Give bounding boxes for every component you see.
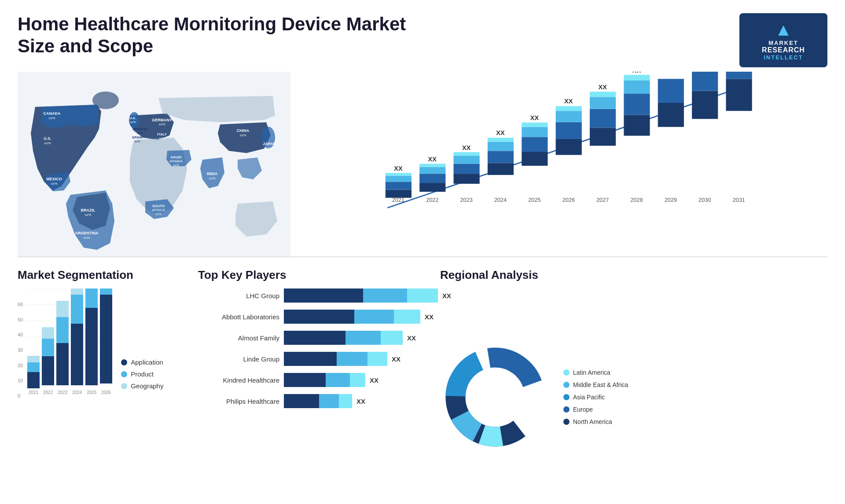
svg-text:ARGENTINA: ARGENTINA: [75, 231, 99, 235]
reg-legend-mea: Middle East & Africa: [563, 381, 628, 388]
svg-text:BRAZIL: BRAZIL: [81, 208, 96, 212]
player-xx-philips: XX: [356, 398, 365, 405]
player-name-philips: Philips Healthcare: [198, 398, 279, 405]
y-label-30: 30: [18, 347, 23, 353]
svg-rect-86: [658, 103, 684, 127]
svg-text:XX: XX: [530, 114, 539, 121]
svg-text:xx%: xx%: [209, 176, 215, 180]
svg-text:XX: XX: [564, 98, 573, 105]
players-title: Top Key Players: [198, 268, 427, 282]
svg-text:2026: 2026: [101, 390, 111, 395]
svg-text:xx%: xx%: [137, 131, 143, 135]
player-bar-kindred: XX: [284, 373, 427, 387]
svg-text:xx%: xx%: [239, 133, 246, 137]
player-name-lhc: LHC Group: [198, 292, 279, 299]
player-seg2-kindred: [326, 373, 350, 387]
player-row-lhc: LHC Group XX: [198, 289, 427, 303]
y-label-20: 20: [18, 363, 23, 368]
player-xx-abbott: XX: [425, 313, 434, 321]
reg-label-na: North America: [573, 418, 612, 425]
legend-item-application: Application: [121, 358, 163, 366]
svg-text:XX: XX: [428, 156, 437, 163]
svg-text:XX: XX: [394, 165, 403, 172]
svg-rect-111: [42, 327, 54, 339]
world-map-section: CANADA xx% U.S. xx% MEXICO xx% BRAZIL xx…: [18, 72, 290, 256]
svg-rect-71: [556, 106, 582, 111]
logo-icon: ▲: [775, 20, 792, 40]
svg-text:2027: 2027: [596, 197, 609, 203]
growth-chart-section: XX 2021 XX 2022 XX 2023: [299, 72, 827, 256]
y-label-10: 10: [18, 378, 23, 383]
player-seg2-philips: [319, 394, 339, 408]
svg-rect-53: [454, 152, 480, 156]
svg-text:XX: XX: [632, 72, 641, 74]
reg-label-europe: Europe: [573, 406, 593, 413]
svg-text:xx%: xx%: [158, 122, 165, 126]
reg-dot-mea: [563, 382, 569, 388]
svg-rect-50: [454, 174, 480, 184]
svg-rect-113: [56, 343, 69, 385]
svg-text:2026: 2026: [562, 197, 575, 203]
header: Home Healthcare Mornitoring Device Marke…: [0, 0, 845, 72]
svg-text:2024: 2024: [494, 197, 507, 203]
logo: ▲ MARKET RESEARCH INTELLECT: [739, 13, 827, 67]
svg-text:xx%: xx%: [83, 236, 90, 240]
segmentation-chart-svg: 2021 2022 2023 2024: [26, 289, 112, 398]
svg-text:2023: 2023: [460, 197, 473, 203]
svg-text:2025: 2025: [87, 390, 97, 395]
svg-text:JAPAN: JAPAN: [263, 142, 276, 146]
player-seg1-lhc: [284, 289, 363, 303]
logo-line2: RESEARCH: [762, 46, 805, 54]
player-bar-philips: XX: [284, 394, 427, 408]
player-bar-visual-linde: [284, 352, 387, 366]
svg-text:2022: 2022: [426, 197, 438, 203]
top-content: CANADA xx% U.S. xx% MEXICO xx% BRAZIL xx…: [0, 72, 845, 256]
player-name-linde: Linde Group: [198, 355, 279, 363]
svg-rect-45: [419, 174, 445, 183]
svg-rect-64: [522, 127, 547, 137]
svg-text:xx%: xx%: [51, 182, 57, 186]
reg-label-asia: Asia Pacific: [573, 394, 605, 401]
player-seg2-abbott: [354, 310, 394, 324]
svg-rect-90: [692, 91, 718, 119]
svg-text:xx%: xx%: [155, 212, 161, 215]
player-bar-almost: XX: [284, 331, 427, 345]
svg-text:FRANCE: FRANCE: [132, 127, 147, 131]
svg-rect-75: [590, 109, 616, 128]
svg-point-2: [129, 112, 140, 128]
svg-text:AFRICA: AFRICA: [152, 208, 165, 212]
svg-rect-62: [522, 152, 547, 166]
svg-rect-105: [27, 372, 40, 388]
reg-label-latin: Latin America: [573, 369, 610, 376]
svg-rect-122: [85, 289, 98, 308]
player-seg1-abbott: [284, 310, 354, 324]
svg-rect-68: [556, 139, 582, 155]
player-name-almost: Almost Family: [198, 334, 279, 342]
reg-dot-latin: [563, 369, 569, 376]
svg-text:U.K.: U.K.: [129, 116, 136, 120]
players-section: Top Key Players LHC Group XX Abbott Labo…: [198, 268, 427, 504]
legend-item-product: Product: [121, 370, 163, 378]
reg-legend-europe: Europe: [563, 406, 628, 413]
svg-rect-63: [522, 137, 547, 152]
svg-rect-41: [386, 173, 411, 175]
player-seg2-linde: [337, 352, 367, 366]
svg-rect-44: [419, 183, 445, 192]
player-xx-almost: XX: [407, 334, 416, 342]
player-row-philips: Philips Healthcare XX: [198, 394, 427, 408]
svg-rect-77: [590, 92, 616, 97]
reg-dot-asia: [563, 394, 569, 400]
svg-rect-107: [27, 356, 40, 362]
segmentation-title: Market Segmentation: [18, 268, 185, 282]
player-row-linde: Linde Group XX: [198, 352, 427, 366]
player-seg2-almost: [345, 331, 381, 345]
segmentation-legend: Application Product Geography: [121, 358, 163, 398]
player-bar-visual-abbott: [284, 310, 420, 324]
svg-rect-119: [71, 289, 83, 295]
svg-rect-69: [556, 122, 582, 139]
svg-rect-74: [590, 128, 616, 146]
svg-text:2030: 2030: [698, 197, 711, 203]
svg-text:2028: 2028: [630, 197, 643, 203]
svg-text:2025: 2025: [528, 197, 540, 203]
svg-text:SPAIN: SPAIN: [132, 135, 143, 139]
